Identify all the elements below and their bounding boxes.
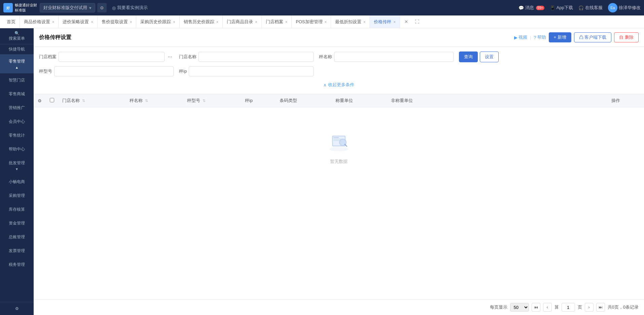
sidebar-item-label: 税务管理 xyxy=(9,262,25,268)
top-bar: 好 畅捷通好业财标准版 好业财标准版交付试用 ▾ ⚙ ◎ 我要看实例演示 💬 消… xyxy=(0,0,644,15)
setup-button[interactable]: 设置 xyxy=(480,51,499,62)
sidebar-item-ecommerce[interactable]: 小畅电商 xyxy=(0,175,34,189)
prev-page-button[interactable]: ‹ xyxy=(543,303,552,312)
close-icon[interactable]: × xyxy=(130,20,132,24)
add-button[interactable]: + 新增 xyxy=(549,32,571,42)
per-page-label: 每页显示 xyxy=(490,304,507,310)
sidebar-item-retail-stats[interactable]: 零售统计 xyxy=(0,129,34,142)
tab-purchase-history[interactable]: 采购历史价跟踪 × xyxy=(136,15,179,28)
svg-rect-7 xyxy=(333,139,342,140)
more-options-icon[interactable]: ··· xyxy=(167,54,174,60)
close-icon[interactable]: × xyxy=(363,20,365,24)
tab-close-button[interactable]: ✕ xyxy=(401,17,412,27)
per-page-select[interactable]: 10 20 50 100 xyxy=(510,303,529,312)
first-page-button[interactable]: ⏮ xyxy=(532,303,540,312)
sidebar-item-purchase[interactable]: 采购管理 xyxy=(0,189,34,203)
th-scale-ip: 秤ip xyxy=(241,94,276,107)
help-icon: ? xyxy=(534,35,536,40)
th-store-name: 门店名称 ⇅ xyxy=(58,94,126,107)
user-menu-button[interactable]: Ea 徐泽华修改 xyxy=(608,3,641,12)
close-icon[interactable]: × xyxy=(393,20,395,24)
logo-area: 好 畅捷通好业财标准版 xyxy=(3,3,37,13)
close-icon[interactable]: × xyxy=(255,20,257,24)
filter-scale-ip: 秤ip xyxy=(179,66,314,76)
avatar: Ea xyxy=(608,3,617,12)
sidebar-item-finance[interactable]: 资金管理 xyxy=(0,216,34,230)
sidebar-item-label: 帮助中心 xyxy=(9,146,25,152)
tab-home[interactable]: 首页 xyxy=(3,15,20,28)
close-icon[interactable]: × xyxy=(91,20,93,24)
sidebar-item-retail-mall[interactable]: 零售商城 xyxy=(0,87,34,101)
tab-purchase-strategy[interactable]: 进价策略设置 × xyxy=(59,15,97,28)
filter-scale-name: 秤名称 xyxy=(319,52,454,62)
sidebar-item-marketing[interactable]: 营销推广 xyxy=(0,101,34,115)
scale-model-label: 秤型号 xyxy=(39,68,52,74)
delete-button[interactable]: 自 删除 xyxy=(614,32,639,42)
gear-icon: ⚙ xyxy=(38,98,42,103)
download-button[interactable]: 凸 客户端下载 xyxy=(574,32,612,42)
tab-store-archive[interactable]: 门店档案 × xyxy=(262,15,292,28)
sidebar-settings-button[interactable]: ⚙ xyxy=(0,302,34,315)
tab-commodity-price[interactable]: 商品价格设置 × xyxy=(20,15,59,28)
help-link[interactable]: ? 帮助 xyxy=(534,34,546,40)
tab-sale-price-extract[interactable]: 售价提取设置 × xyxy=(98,15,136,28)
version-settings-button[interactable]: ⚙ xyxy=(97,3,107,12)
sidebar-item-ledger[interactable]: 总账管理 xyxy=(0,230,34,244)
version-selector-label: 好业财标准版交付试用 xyxy=(43,5,87,11)
last-page-button[interactable]: ⏭ xyxy=(596,303,605,312)
store-archive-input[interactable] xyxy=(59,52,165,62)
tab-min-discount[interactable]: 最低折扣设置 × xyxy=(331,15,370,28)
th-settings[interactable]: ⚙ xyxy=(34,94,46,107)
sidebar-item-inventory[interactable]: 库存核算 xyxy=(0,203,34,216)
th-checkbox[interactable] xyxy=(46,94,58,107)
tab-price-scale[interactable]: 价格传秤 × xyxy=(370,15,400,28)
page-input[interactable] xyxy=(562,303,575,312)
select-all-checkbox[interactable] xyxy=(50,98,54,102)
close-icon[interactable]: × xyxy=(52,20,54,24)
sidebar-item-help[interactable]: 帮助中心 xyxy=(0,142,34,156)
sidebar-quick-nav[interactable]: 快捷导航 xyxy=(0,44,34,55)
video-link[interactable]: ▶ 视频 xyxy=(514,34,527,40)
demo-button[interactable]: ◎ 我要看实例演示 xyxy=(112,5,148,11)
app-download-button[interactable]: 📱 App下载 xyxy=(550,5,573,11)
tab-store-catalog[interactable]: 门店商品目录 × xyxy=(223,15,261,28)
sidebar-item-label: 资金管理 xyxy=(9,220,25,226)
sidebar-search[interactable]: 🔍 搜索菜单 xyxy=(0,28,34,44)
close-icon[interactable]: × xyxy=(285,20,287,24)
sort-icon: ⇅ xyxy=(82,99,85,103)
sidebar-item-invoice[interactable]: 发票管理 xyxy=(0,244,34,258)
svg-point-0 xyxy=(329,147,348,151)
data-table: ⚙ 门店名称 ⇅ 秤名称 ⇅ xyxy=(34,94,644,107)
query-button[interactable]: 查询 xyxy=(459,51,478,62)
scale-ip-input[interactable] xyxy=(189,66,314,76)
sidebar-item-smart-store[interactable]: 智慧门店 xyxy=(0,73,34,87)
message-button[interactable]: 💬 消息 99+ xyxy=(518,5,544,11)
th-non-weight-unit: 非称重单位 xyxy=(387,94,607,107)
store-name-input[interactable] xyxy=(199,52,314,62)
sidebar-item-retail[interactable]: 零售管理 ▲ xyxy=(0,55,34,73)
sidebar-item-label: 零售统计 xyxy=(9,133,25,138)
sidebar-item-wholesale[interactable]: 批发管理 ▼ xyxy=(0,156,34,175)
close-icon[interactable]: × xyxy=(325,20,327,24)
empty-illustration xyxy=(325,128,352,154)
sidebar-item-tax[interactable]: 税务管理 xyxy=(0,258,34,272)
scale-model-input[interactable] xyxy=(54,66,174,76)
divider: | xyxy=(530,35,531,40)
chevron-down-icon: ▾ xyxy=(89,5,92,10)
tab-pos-encrypt[interactable]: POS加密管理 × xyxy=(292,15,331,28)
sidebar-item-label: 库存核算 xyxy=(9,207,25,212)
svg-rect-8 xyxy=(333,140,340,141)
online-service-button[interactable]: 🎧 在线客服 xyxy=(578,5,603,11)
demo-label: 我要看实例演示 xyxy=(117,5,148,11)
scale-name-input[interactable] xyxy=(334,52,454,62)
version-selector[interactable]: 好业财标准版交付试用 ▾ xyxy=(40,3,95,12)
tab-expand-button[interactable]: ⛶ xyxy=(412,17,422,27)
collapse-filter-button[interactable]: ∧ 收起更多条件 xyxy=(39,80,639,89)
scale-ip-label: 秤ip xyxy=(179,68,187,74)
sidebar-item-member[interactable]: 会员中心 xyxy=(0,115,34,129)
close-icon[interactable]: × xyxy=(216,20,218,24)
tab-sale-history[interactable]: 销售历史价跟踪 × xyxy=(180,15,223,28)
chevron-down-icon: ▼ xyxy=(15,167,19,171)
next-page-button[interactable]: › xyxy=(585,303,594,312)
close-icon[interactable]: × xyxy=(173,20,175,24)
